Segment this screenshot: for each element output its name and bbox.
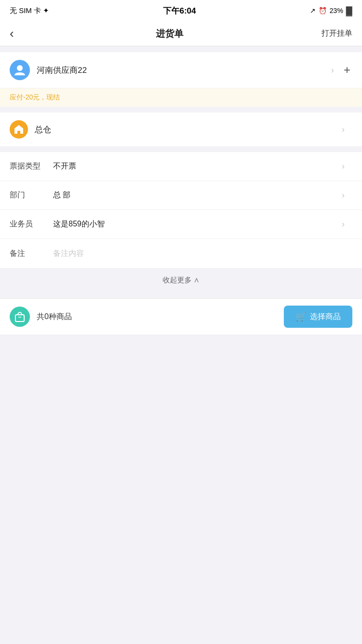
status-right: ↗ ⏰ 23% ▓ xyxy=(310,6,352,16)
status-left: 无 SIM 卡 ✦ xyxy=(10,6,49,15)
section-gap-warehouse xyxy=(0,107,362,112)
svg-point-0 xyxy=(17,65,23,71)
battery-label: 23% xyxy=(330,7,343,14)
supplier-chevron-icon: › xyxy=(331,65,334,75)
add-supplier-button[interactable]: + xyxy=(342,63,352,77)
status-time: 下午6:04 xyxy=(163,5,196,16)
department-value: 总 部 xyxy=(48,190,342,200)
alarm-icon: ⏰ xyxy=(319,7,327,14)
nav-bar: ‹ 进货单 打开挂单 xyxy=(0,21,362,46)
section-gap-top xyxy=(0,46,362,52)
department-label: 部门 xyxy=(10,190,48,200)
form-section: 票据类型 不开票 › 部门 总 部 › 业务员 这是859的小智 › 备注 备注… xyxy=(0,152,362,268)
empty-area xyxy=(0,335,362,479)
invoice-type-chevron-icon: › xyxy=(342,161,345,171)
supplier-avatar xyxy=(10,60,30,80)
sim-label: 无 SIM 卡 ✦ xyxy=(10,6,49,15)
location-icon: ↗ xyxy=(310,7,316,14)
product-icon-wrap xyxy=(10,307,30,327)
status-bar: 无 SIM 卡 ✦ 下午6:04 ↗ ⏰ 23% ▓ xyxy=(0,0,362,21)
page-title: 进货单 xyxy=(156,28,183,40)
open-pending-button[interactable]: 打开挂单 xyxy=(321,28,352,39)
warehouse-name: 总仓 xyxy=(35,124,342,135)
salesman-value: 这是859的小智 xyxy=(48,219,342,229)
warehouse-card[interactable]: 总仓 › xyxy=(0,112,362,146)
supplier-row[interactable]: 河南供应商22 › + xyxy=(0,52,362,88)
warehouse-icon-wrap xyxy=(10,120,28,139)
supplier-card: 河南供应商22 › + 应付-20元，现结 xyxy=(0,52,362,107)
person-icon xyxy=(14,64,26,76)
select-product-label: 选择商品 xyxy=(310,312,341,322)
cart-add-icon: 🛒 xyxy=(295,311,306,322)
product-bar: 共0种商品 🛒 选择商品 xyxy=(0,298,362,335)
supplier-name: 河南供应商22 xyxy=(37,65,331,76)
invoice-type-row[interactable]: 票据类型 不开票 › xyxy=(0,152,362,181)
invoice-type-value: 不开票 xyxy=(48,161,342,171)
salesman-label: 业务员 xyxy=(10,219,48,229)
battery-icon: ▓ xyxy=(346,6,352,16)
remark-label: 备注 xyxy=(10,249,48,259)
svg-rect-1 xyxy=(15,315,24,322)
remark-row[interactable]: 备注 备注内容 xyxy=(0,239,362,268)
house-icon xyxy=(14,124,24,135)
department-row[interactable]: 部门 总 部 › xyxy=(0,181,362,210)
salesman-chevron-icon: › xyxy=(342,219,345,229)
product-count-label: 共0种商品 xyxy=(37,312,284,322)
shopping-bag-icon xyxy=(14,311,26,322)
supplier-notice: 应付-20元，现结 xyxy=(0,88,362,107)
salesman-row[interactable]: 业务员 这是859的小智 › xyxy=(0,210,362,239)
warehouse-row[interactable]: 总仓 › xyxy=(0,112,362,146)
select-product-button[interactable]: 🛒 选择商品 xyxy=(284,306,352,328)
back-button[interactable]: ‹ xyxy=(10,24,18,43)
main-content: 河南供应商22 › + 应付-20元，现结 总仓 › 票据类型 不开票 xyxy=(0,46,362,644)
section-gap-product xyxy=(0,293,362,298)
warehouse-chevron-icon: › xyxy=(342,125,345,135)
invoice-type-label: 票据类型 xyxy=(10,161,48,171)
remark-input[interactable]: 备注内容 xyxy=(48,249,352,259)
collapse-button[interactable]: 收起更多 ∧ xyxy=(0,268,362,293)
department-chevron-icon: › xyxy=(342,190,345,200)
section-gap-form xyxy=(0,146,362,152)
